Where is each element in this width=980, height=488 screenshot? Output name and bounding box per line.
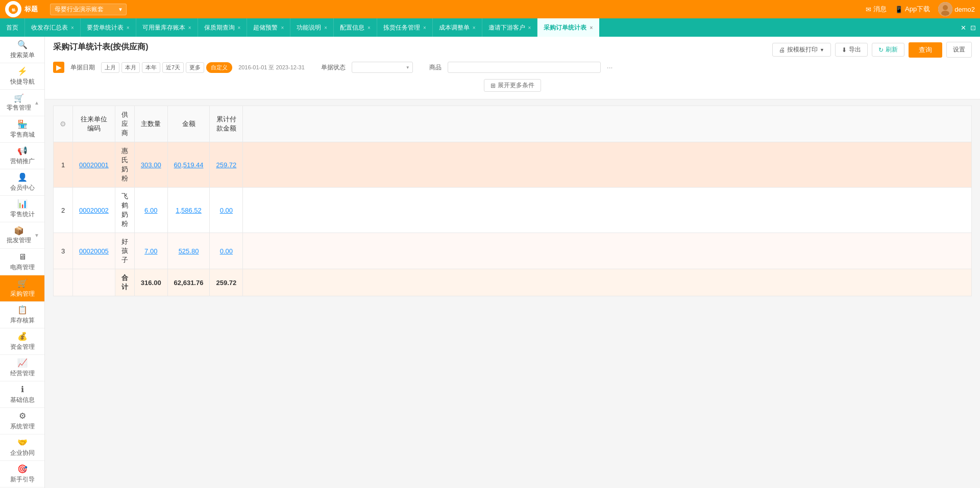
sidebar-search-label: 搜索菜单: [10, 52, 35, 60]
sidebar-purchase-label: 采购管理: [10, 290, 35, 298]
table-header-row: ⚙ 往来单位编码 供应商 主数量 金额: [54, 106, 972, 142]
row-amount[interactable]: 1,586.52: [167, 188, 210, 233]
tab-overstock[interactable]: 超储预警 ×: [247, 18, 290, 37]
shortcut-this-month[interactable]: 本月: [121, 62, 140, 73]
close-icon[interactable]: ×: [324, 25, 327, 31]
tab-available-stock[interactable]: 可用量库存账本 ×: [136, 18, 198, 37]
tab-config[interactable]: 配置信息 ×: [334, 18, 377, 37]
row-amount[interactable]: 60,519.44: [167, 142, 210, 188]
close-icon[interactable]: ×: [473, 25, 476, 31]
query-button[interactable]: 查询: [909, 42, 942, 58]
expand-icon: ⊞: [491, 82, 496, 89]
sidebar-item-retail-mall[interactable]: 🏪 零售商城: [0, 116, 44, 143]
query-label: 查询: [919, 46, 932, 54]
sidebar-item-retail-mgmt[interactable]: 🛒 零售管理 ▲: [0, 90, 44, 116]
row-qty[interactable]: 303.00: [134, 142, 167, 188]
sidebar-item-wholesale[interactable]: 📦 批发管理 ▼: [0, 222, 44, 249]
shortcut-this-year[interactable]: 本年: [142, 62, 160, 73]
row-supplier: 惠氏奶粉: [115, 142, 134, 188]
close-icon[interactable]: ×: [188, 25, 191, 31]
template-print-button[interactable]: 🖨 按模板打印 ▼: [772, 43, 831, 57]
export-icon: ⬇: [842, 46, 847, 54]
close-icon[interactable]: ×: [281, 25, 284, 31]
message-btn[interactable]: ✉ 消息: [866, 5, 887, 14]
top-bar: 畅 标题 母婴行业演示账套 ▼ ✉ 消息 📱 App下载 demo2: [0, 0, 980, 18]
shortcut-7days[interactable]: 近7天: [162, 62, 184, 73]
row-paid[interactable]: 0.00: [210, 233, 243, 269]
refresh-button[interactable]: ↻ 刷新: [872, 43, 904, 57]
sidebar-item-purchase[interactable]: 🛒 采购管理: [0, 275, 44, 302]
template-print-label: 按模板打印: [787, 45, 818, 54]
goods-more-icon[interactable]: ···: [607, 63, 613, 71]
tab-invite-customer[interactable]: 邀请下游客户 ×: [482, 18, 538, 37]
row-extra: [243, 142, 972, 188]
tab-stock-summary[interactable]: 收发存汇总表 ×: [25, 18, 81, 37]
nav-close-icon[interactable]: ✕: [961, 24, 966, 32]
close-icon[interactable]: ×: [127, 25, 130, 31]
sidebar-item-stock-calc[interactable]: 📋 库存核算: [0, 302, 44, 328]
sidebar-item-retail-stats[interactable]: 📊 零售统计: [0, 196, 44, 222]
tab-function-desc[interactable]: 功能说明 ×: [290, 18, 334, 37]
close-icon[interactable]: ×: [528, 25, 531, 31]
tab-expiry[interactable]: 保质期查询 ×: [198, 18, 248, 37]
member-icon: 👤: [17, 172, 28, 182]
tab-purchase-stats[interactable]: 采购订单统计表 ×: [537, 18, 599, 37]
sidebar-item-member[interactable]: 👤 会员中心: [0, 169, 44, 196]
status-filter-label: 单据状态: [321, 63, 346, 72]
retail-stats-icon: 📊: [17, 199, 28, 209]
app-download-btn[interactable]: 📱 App下载: [895, 5, 930, 14]
sidebar-item-guide[interactable]: 🎯 新手引导: [0, 461, 44, 487]
filter-row: ▶ 单据日期 上月 本月 本年 近7天 更多 自定义 2016-01-01 至 …: [53, 62, 972, 73]
row-qty[interactable]: 7.00: [134, 233, 167, 269]
close-icon[interactable]: ×: [238, 25, 241, 31]
enterprise-icon: 🤝: [17, 438, 28, 447]
sidebar-item-basic-info[interactable]: ℹ 基础信息: [0, 381, 44, 408]
nav-expand-icon[interactable]: ⊡: [970, 24, 976, 32]
shortcut-icon: ⚡: [17, 66, 28, 76]
settings-button[interactable]: 设置: [946, 42, 972, 58]
sidebar-item-ecommerce[interactable]: 🖥 电商管理: [0, 249, 44, 275]
goods-input[interactable]: [448, 62, 601, 73]
row-paid[interactable]: 0.00: [210, 188, 243, 233]
row-paid[interactable]: 259.72: [210, 142, 243, 188]
expand-more-btn[interactable]: ⊞ 展开更多条件: [484, 79, 541, 92]
tab-goods-stats[interactable]: 要货单统计表 ×: [81, 18, 136, 37]
sidebar-item-shortcut[interactable]: ⚡ 快捷导航: [0, 63, 44, 90]
filter-toggle-button[interactable]: ▶: [53, 62, 64, 73]
tab-home[interactable]: 首页: [0, 18, 25, 37]
logo-text: 标题: [24, 5, 38, 14]
sidebar-retail-mgmt-label: 零售管理: [7, 104, 31, 112]
row-amount[interactable]: 525.80: [167, 233, 210, 269]
tab-label: 收发存汇总表: [31, 23, 68, 32]
sidebar-marketing-label: 营销推广: [10, 158, 35, 166]
wholesale-icon: 📦: [14, 226, 24, 236]
close-icon[interactable]: ×: [423, 25, 426, 31]
shortcut-custom[interactable]: 自定义: [206, 62, 232, 73]
close-icon[interactable]: ×: [368, 25, 371, 31]
row-code[interactable]: 00020005: [73, 233, 115, 269]
shortcut-more[interactable]: 更多: [186, 62, 204, 73]
sidebar-item-marketing[interactable]: 📢 营销推广: [0, 143, 44, 169]
goods-filter-label: 商品: [429, 63, 442, 72]
status-select[interactable]: [352, 62, 413, 73]
sidebar-item-operations[interactable]: 📈 经营管理: [0, 355, 44, 381]
sidebar-item-finance[interactable]: 💰 资金管理: [0, 328, 44, 355]
row-qty[interactable]: 6.00: [134, 188, 167, 233]
app-download-label: App下载: [905, 5, 930, 14]
close-icon[interactable]: ×: [71, 25, 74, 31]
operations-icon: 📈: [17, 358, 28, 368]
workspace-selector[interactable]: 母婴行业演示账套 ▼: [50, 4, 127, 15]
sidebar-item-system[interactable]: ⚙ 系统管理: [0, 408, 44, 434]
user-area[interactable]: demo2: [938, 2, 975, 16]
close-icon[interactable]: ×: [590, 25, 593, 31]
export-button[interactable]: ⬇ 导出: [835, 43, 868, 57]
shortcut-last-month[interactable]: 上月: [101, 62, 119, 73]
settings-icon[interactable]: ⚙: [60, 120, 66, 128]
row-code[interactable]: 00020002: [73, 188, 115, 233]
row-code[interactable]: 00020001: [73, 142, 115, 188]
tab-cost-adjust[interactable]: 成本调整单 ×: [433, 18, 482, 37]
sidebar-item-enterprise[interactable]: 🤝 企业协同: [0, 434, 44, 461]
sidebar-item-search[interactable]: 🔍 搜索菜单: [0, 37, 44, 63]
tab-pick-task[interactable]: 拣货任务管理 ×: [377, 18, 433, 37]
ecommerce-icon: 🖥: [18, 252, 27, 262]
